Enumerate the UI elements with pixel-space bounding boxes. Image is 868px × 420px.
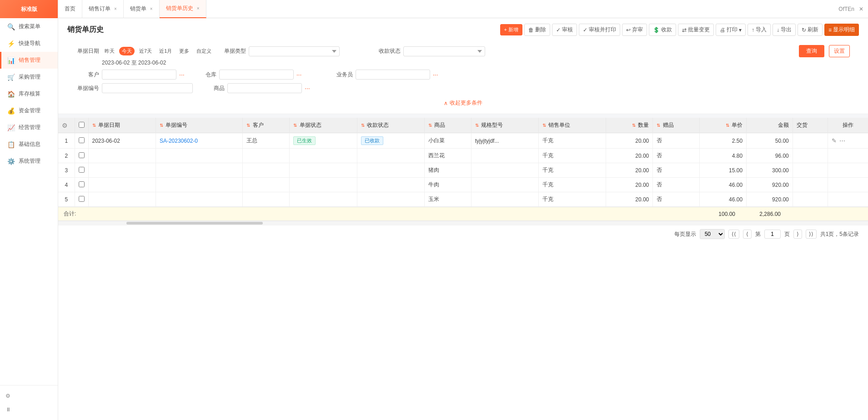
prev-page-btn[interactable]: ⟨ bbox=[743, 230, 752, 239]
order-no-link[interactable]: SA-20230602-0 bbox=[160, 138, 198, 144]
cell-action[interactable] bbox=[828, 149, 868, 163]
sidebar-item-label: 搜索菜单 bbox=[19, 23, 40, 30]
sidebar-item-ops-mgmt[interactable]: 📈 经营管理 bbox=[0, 119, 58, 136]
staff-input[interactable] bbox=[356, 70, 430, 80]
col-order-status[interactable]: ⇅ 单据状态 bbox=[290, 118, 357, 133]
cell-order-no[interactable]: SA-20230602-0 bbox=[156, 133, 242, 149]
col-spec[interactable]: ⇅ 规格型号 bbox=[471, 118, 538, 133]
audit-print-button[interactable]: ✓ 审核并打印 bbox=[579, 24, 620, 36]
order-no-input[interactable] bbox=[102, 83, 193, 93]
refresh-button[interactable]: ↻ 刷新 bbox=[798, 24, 823, 36]
batch-change-button[interactable]: ⇄ 批量变更 bbox=[678, 24, 714, 36]
cell-checkbox[interactable] bbox=[75, 149, 88, 163]
type-select[interactable] bbox=[249, 46, 340, 56]
setting-button[interactable]: 设置 bbox=[829, 45, 850, 57]
query-button[interactable]: 查询 bbox=[799, 45, 824, 57]
col-gift[interactable]: ⇅ 赠品 bbox=[653, 118, 700, 133]
sidebar-item-inventory[interactable]: 🏠 库存核算 bbox=[0, 85, 58, 102]
cell-order-no[interactable] bbox=[156, 149, 242, 163]
customer-input[interactable] bbox=[102, 70, 176, 80]
audit-button[interactable]: ✓ 审核 bbox=[552, 24, 577, 36]
col-customer[interactable]: ⇅ 客户 bbox=[243, 118, 290, 133]
date-tag-1month[interactable]: 近1月 bbox=[156, 47, 175, 55]
tab-sales-goods[interactable]: 销货单 × bbox=[124, 0, 160, 18]
edit-icon[interactable]: ✎ bbox=[832, 137, 837, 144]
col-unit[interactable]: ⇅ 销售单位 bbox=[539, 118, 606, 133]
last-page-btn[interactable]: ⟩⟩ bbox=[806, 230, 817, 239]
collect-button[interactable]: 💲 收款 bbox=[649, 24, 676, 36]
sidebar-item-label: 销售管理 bbox=[19, 56, 40, 64]
warehouse-input[interactable] bbox=[219, 70, 294, 80]
next-page-btn[interactable]: ⟩ bbox=[793, 230, 802, 239]
topbar: 首页 销售订单 × 销货单 × 销货单历史 × OfTEn ✕ bbox=[58, 0, 868, 18]
tab-sales-history[interactable]: 销货单历史 × bbox=[160, 0, 206, 18]
date-tag-more[interactable]: 更多 bbox=[176, 47, 192, 55]
cell-checkbox[interactable] bbox=[75, 163, 88, 178]
warehouse-dots-btn[interactable]: ··· bbox=[296, 71, 302, 78]
goods-input[interactable] bbox=[227, 83, 302, 93]
col-checkbox[interactable] bbox=[75, 118, 88, 133]
import-button[interactable]: ↑ 导入 bbox=[748, 24, 771, 36]
col-goods[interactable]: ⇅ 商品 bbox=[424, 118, 471, 133]
sidebar-item-quick-nav[interactable]: ⚡ 快捷导航 bbox=[0, 35, 58, 52]
sidebar-item-finance-mgmt[interactable]: 💰 资金管理 bbox=[0, 102, 58, 119]
sidebar-item-basic-info[interactable]: 📋 基础信息 bbox=[0, 136, 58, 153]
cell-action[interactable] bbox=[828, 178, 868, 192]
col-gear-icon[interactable]: ⚙ bbox=[62, 122, 68, 129]
print-button[interactable]: 🖨 打印 ▾ bbox=[716, 24, 746, 36]
topbar-close-all[interactable]: ✕ bbox=[859, 6, 863, 12]
sidebar-item-search-menu[interactable]: 🔍 搜索菜单 bbox=[0, 18, 58, 35]
staff-dots-btn[interactable]: ··· bbox=[433, 71, 438, 78]
sort-icon: ⇅ bbox=[160, 123, 163, 128]
abandon-button[interactable]: ↩ 弃审 bbox=[622, 24, 647, 36]
tab-home[interactable]: 首页 bbox=[58, 0, 82, 18]
col-price[interactable]: ⇅ 单价 bbox=[700, 118, 747, 133]
page-number-input[interactable] bbox=[764, 230, 781, 239]
first-page-btn[interactable]: ⟨⟨ bbox=[728, 230, 739, 239]
status-select[interactable] bbox=[403, 46, 485, 56]
more-icon[interactable]: ⋯ bbox=[839, 137, 845, 144]
select-all-checkbox[interactable] bbox=[79, 122, 85, 128]
horizontal-scrollbar[interactable] bbox=[58, 221, 868, 225]
col-date[interactable]: ⇅ 单据日期 bbox=[88, 118, 156, 133]
tab-sales-order-close[interactable]: × bbox=[114, 6, 117, 11]
new-button[interactable]: + 新增 bbox=[500, 24, 522, 35]
date-tag-custom[interactable]: 自定义 bbox=[194, 47, 214, 55]
cell-date: 2023-06-02 bbox=[88, 133, 156, 149]
tab-sales-goods-close[interactable]: × bbox=[150, 6, 153, 11]
col-order-no[interactable]: ⇅ 单据编号 bbox=[156, 118, 242, 133]
customer-dots-btn[interactable]: ··· bbox=[179, 71, 185, 78]
goods-dots-btn[interactable]: ··· bbox=[305, 85, 310, 92]
col-qty[interactable]: ⇅ 数量 bbox=[606, 118, 653, 133]
cell-action[interactable]: ✎⋯ bbox=[828, 133, 868, 149]
col-trade[interactable]: 交货 bbox=[793, 118, 828, 133]
cell-order-no[interactable] bbox=[156, 178, 242, 192]
delete-button[interactable]: 🗑 删除 bbox=[524, 24, 550, 36]
sidebar-item-sys-mgmt[interactable]: ⚙️ 系统管理 bbox=[0, 153, 58, 170]
cell-checkbox[interactable] bbox=[75, 192, 88, 207]
tab-sales-order-label: 销售订单 bbox=[89, 5, 110, 13]
date-tag-7days[interactable]: 近7天 bbox=[136, 47, 155, 55]
cell-checkbox[interactable] bbox=[75, 178, 88, 192]
export-button[interactable]: ↓ 导出 bbox=[773, 24, 796, 36]
date-tag-yesterday[interactable]: 昨天 bbox=[102, 47, 117, 55]
tab-sales-history-close[interactable]: × bbox=[197, 6, 200, 11]
sidebar-item-sales-mgmt[interactable]: 📊 销售管理 bbox=[0, 52, 58, 69]
per-page-select[interactable]: 50 100 bbox=[700, 229, 725, 239]
col-collect-status[interactable]: ⇅ 收款状态 bbox=[357, 118, 424, 133]
sidebar-collapse-btn[interactable]: ⏸ bbox=[0, 403, 58, 416]
cell-action[interactable] bbox=[828, 163, 868, 178]
cell-order-no[interactable] bbox=[156, 192, 242, 207]
col-gear[interactable]: ⚙ bbox=[58, 118, 75, 133]
show-detail-button[interactable]: ≡ 显示明细 bbox=[824, 24, 859, 36]
date-tag-today[interactable]: 今天 bbox=[119, 47, 135, 55]
sidebar-settings-btn[interactable]: ⚙ bbox=[0, 389, 58, 403]
tab-sales-order[interactable]: 销售订单 × bbox=[82, 0, 124, 18]
cell-action[interactable] bbox=[828, 192, 868, 207]
col-amount[interactable]: 金额 bbox=[747, 118, 793, 133]
settings-gear-icon: ⚙ bbox=[5, 393, 10, 399]
cell-order-no[interactable] bbox=[156, 163, 242, 178]
cell-checkbox[interactable] bbox=[75, 133, 88, 149]
collapse-filters-btn[interactable]: ∧ 收起更多条件 bbox=[76, 97, 850, 109]
sidebar-item-purchase-mgmt[interactable]: 🛒 采购管理 bbox=[0, 69, 58, 85]
